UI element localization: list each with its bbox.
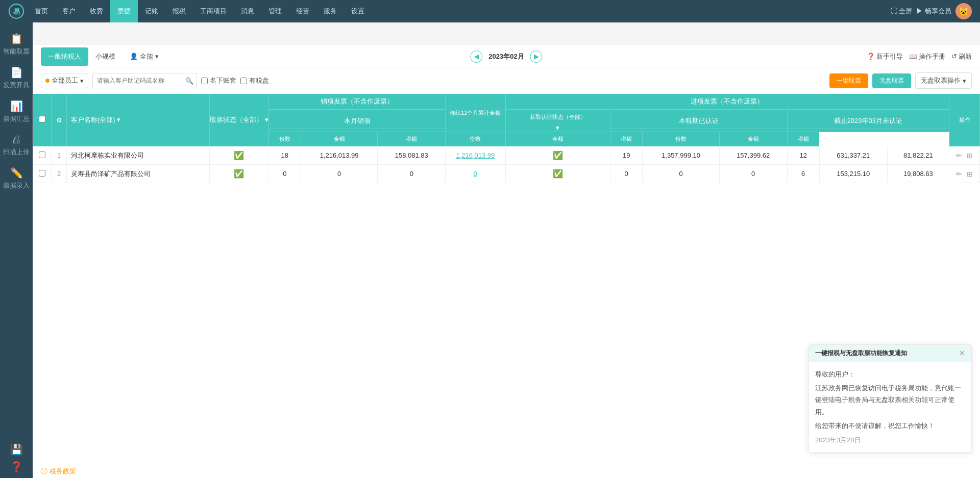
th-purchase-tax-confirmed: 税额 <box>610 132 643 146</box>
download-icon[interactable]: 💾 <box>10 443 23 456</box>
th-purchase-group: 进项发票（不含作废票） <box>505 94 949 110</box>
select-all-checkbox[interactable] <box>39 116 45 122</box>
nav-message[interactable]: 消息 <box>234 0 261 22</box>
th-fetch-status[interactable]: 取票状态（全部） ▾ <box>210 94 269 146</box>
th-confirm-status[interactable]: 获取认证状态（全部） ▾ <box>505 110 610 132</box>
tab-general-taxpayer[interactable]: 一般纳税人 <box>41 47 88 66</box>
no-disk-fetch-button[interactable]: 无盘取票 <box>872 73 911 88</box>
nav-right: ⛶ 全屏 ▶ 畅享会员 🐱 <box>891 3 980 19</box>
cumulative-link[interactable]: 1,216,013.99 <box>456 152 495 159</box>
sidebar-item-scan-upload[interactable]: 🖨 扫描上传 <box>0 129 33 162</box>
nav-billing[interactable]: 收费 <box>83 0 110 22</box>
th-ops: 操作 <box>949 94 980 146</box>
search-button[interactable]: 🔍 <box>182 73 197 88</box>
row-purchase-confirmed-amount: 1,357,999.10 <box>643 146 719 165</box>
row-sales-count: 0 <box>268 165 301 183</box>
th-sales-group: 销项发票（不含作废票） <box>268 94 445 110</box>
my-accounts-checkbox[interactable] <box>201 78 208 84</box>
th-unconfirmed: 截止2023年03月未认证 <box>787 110 949 132</box>
tab-omnipotent[interactable]: 👤 全能 ▾ <box>122 47 166 66</box>
nav-tax[interactable]: 报税 <box>165 0 193 22</box>
row-index: 2 <box>52 165 67 183</box>
notification-panel: 一键报税与无盘取票功能恢复通知 ✕ 尊敬的用户： 江苏政务网已恢复访问电子税务局… <box>808 344 972 452</box>
nav-settings[interactable]: 设置 <box>344 0 372 22</box>
row-checkbox[interactable] <box>33 165 52 183</box>
view-icon[interactable]: ⊞ <box>967 152 973 160</box>
cumulative-link[interactable]: 0 <box>474 170 477 178</box>
checkbox-has-tax-disk[interactable]: 有税盘 <box>240 76 269 85</box>
no-disk-ops-button[interactable]: 无盘取票操作 ▾ <box>915 72 972 89</box>
row-purchase-confirmed-amount: 0 <box>643 165 719 183</box>
current-date: 2023年02月 <box>488 52 524 61</box>
nav-customer[interactable]: 客户 <box>55 0 83 22</box>
th-confirmed: 本税期已认证 <box>610 110 787 132</box>
th-purchase-amount-unconfirmed: 金额 <box>719 132 787 146</box>
employee-filter[interactable]: 全部员工 ▾ <box>41 73 88 88</box>
nav-business[interactable]: 工商项目 <box>193 0 234 22</box>
row-purchase-confirmed-count: 19 <box>610 146 643 165</box>
sidebar-item-invoice-entry[interactable]: ✏️ 票据录入 <box>0 162 33 195</box>
new-guide-button[interactable]: ❓ 新手引导 <box>867 52 903 61</box>
tax-policy-link[interactable]: 税务政策 <box>50 467 76 476</box>
fullscreen-button[interactable]: ⛶ 全屏 <box>891 7 913 16</box>
warning-icon: ⓘ <box>41 467 47 476</box>
row-purchase-unconfirmed-tax: 19,808.63 <box>887 165 949 183</box>
user-avatar[interactable]: 🐱 <box>955 3 972 19</box>
row-purchase-unconfirmed-amount: 631,337.21 <box>819 146 887 165</box>
notification-close-button[interactable]: ✕ <box>959 349 965 357</box>
tax-disk-checkbox[interactable] <box>240 78 247 84</box>
prev-month-button[interactable]: ◀ <box>470 51 482 63</box>
help-icon[interactable]: ❓ <box>10 461 23 473</box>
date-navigation: ◀ 2023年02月 ▶ <box>470 51 542 63</box>
next-month-button[interactable]: ▶ <box>530 51 543 63</box>
nav-home[interactable]: 首页 <box>28 0 55 22</box>
dropdown-icon: ▾ <box>155 53 159 60</box>
nav-invoice[interactable]: 票据 <box>110 0 138 22</box>
row-checkbox[interactable] <box>33 146 52 165</box>
row-12month: 1,216,013.99 <box>446 146 505 165</box>
vip-button[interactable]: ▶ 畅享会员 <box>916 7 951 16</box>
th-customer[interactable]: 客户名称(全部) ▾ <box>67 94 210 146</box>
table-body: 1 河北柯摩栋实业有限公司 ✅ 18 1,216,013.99 158,081.… <box>33 146 980 183</box>
sub-tabs-right: ❓ 新手引导 📖 操作手册 ↺ 刷新 <box>867 52 972 61</box>
dot-icon <box>45 79 50 83</box>
th-purchase-amount-confirmed: 金额 <box>505 132 610 146</box>
row-actions: ✏ ⊞ <box>949 165 980 183</box>
sidebar-item-invoice-summary[interactable]: 📊 票据汇总 <box>0 95 33 129</box>
notify-line-1: 尊敬的用户： <box>815 368 965 380</box>
view-icon[interactable]: ⊞ <box>967 170 973 178</box>
row-sales-tax: 0 <box>378 165 446 183</box>
row-fetch-status: ✅ <box>210 165 269 183</box>
app-logo: 易 <box>5 0 28 22</box>
row-purchase-unconfirmed-amount: 153,215.10 <box>819 165 887 183</box>
tab-small-scale[interactable]: 小规模 <box>88 47 122 66</box>
toolbar-right: 一键取票 无盘取票 无盘取票操作 ▾ <box>829 72 972 89</box>
nav-accounting[interactable]: 记账 <box>138 0 165 22</box>
sidebar-item-smart-fetch[interactable]: 📋 智能取票 <box>0 28 33 61</box>
sidebar: 📋 智能取票 📄 发票开具 📊 票据汇总 🖨 扫描上传 ✏️ 票据录入 💾 ❓ <box>0 22 33 478</box>
nav-operations[interactable]: 经营 <box>289 0 316 22</box>
th-12month: 连续12个月累计金额 <box>446 94 505 132</box>
checkbox-my-accounts[interactable]: 名下账套 <box>201 76 236 85</box>
confirm-status-check-icon: ✅ <box>553 151 563 160</box>
nav-management[interactable]: 管理 <box>261 0 289 22</box>
one-key-fetch-button[interactable]: 一键取票 <box>829 73 868 88</box>
nav-service[interactable]: 服务 <box>316 0 344 22</box>
row-purchase-unconfirmed-tax: 81,822.21 <box>887 146 949 165</box>
edit-icon[interactable]: ✏ <box>956 152 962 160</box>
refresh-button[interactable]: ↺ 刷新 <box>951 52 972 61</box>
th-month-sales: 本月销项 <box>268 110 445 132</box>
manual-button[interactable]: 📖 操作手册 <box>909 52 945 61</box>
top-navigation: 易 首页 客户 收费 票据 记账 报税 工商项目 消息 管理 经营 服务 设置 … <box>0 0 980 22</box>
invoice-summary-icon: 📊 <box>10 100 23 112</box>
row-sales-tax: 158,081.83 <box>378 146 446 165</box>
search-input[interactable] <box>92 73 184 88</box>
sidebar-item-invoice-open[interactable]: 📄 发票开具 <box>0 61 33 95</box>
notify-line-2: 江苏政务网已恢复访问电子税务局功能，意代账一键登陆电子税务局与无盘取票相关功能可… <box>815 382 965 418</box>
row-purchase-confirmed-tax: 157,399.62 <box>719 146 787 165</box>
settings-icon[interactable]: ⚙ <box>56 116 62 124</box>
search-wrapper: 🔍 <box>92 73 197 88</box>
edit-icon[interactable]: ✏ <box>956 170 962 178</box>
row-sales-amount: 0 <box>301 165 377 183</box>
bottom-bar: ⓘ 税务政策 <box>33 464 980 478</box>
